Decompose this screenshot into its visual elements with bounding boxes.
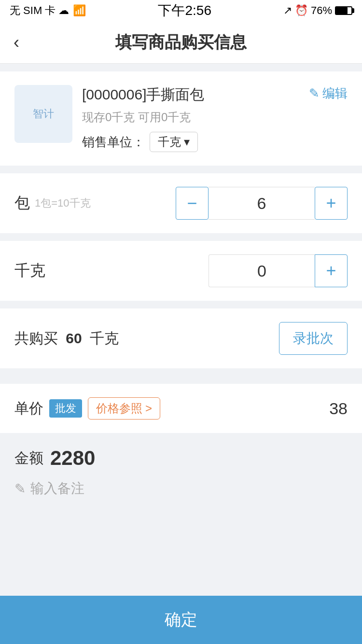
price-tag: 批发	[49, 399, 82, 418]
qty-bao-input[interactable]	[209, 187, 315, 220]
total-value: 60	[66, 330, 82, 346]
remark-row[interactable]: ✎ 输入备注	[14, 479, 348, 498]
status-time: 下午2:56	[158, 1, 211, 20]
product-name: [0000006]手撕面包	[82, 85, 348, 105]
unit-value: 千克	[158, 134, 181, 150]
qty-bao-increment[interactable]: +	[315, 187, 348, 220]
qty-bao-label: 包	[14, 193, 30, 214]
price-label: 单价	[14, 399, 43, 419]
edit-label: 编辑	[322, 85, 348, 102]
price-ref-arrow: >	[145, 402, 152, 415]
product-unit-row: 销售单位： 千克 ▾	[82, 132, 348, 152]
back-button[interactable]: ‹	[14, 32, 19, 53]
qty-bao-hint: 1包=10千克	[35, 196, 176, 210]
price-left: 单价 批发 价格参照 >	[14, 397, 160, 420]
qty-kg-increment[interactable]: +	[315, 254, 348, 287]
price-value: 38	[329, 399, 348, 418]
edit-icon: ✎	[309, 86, 320, 101]
divider	[0, 368, 362, 376]
amount-label: 金额	[14, 448, 43, 468]
product-logo: 智计	[33, 107, 54, 121]
location-icon: ↗	[283, 4, 292, 17]
qty-kg-input[interactable]	[209, 254, 315, 287]
product-stock: 现存0千克 可用0千克	[82, 110, 348, 125]
batch-button[interactable]: 录批次	[279, 322, 348, 355]
battery-icon	[335, 6, 352, 15]
total-section: 共购买 60 千克 录批次	[0, 308, 362, 368]
qty-bao-controls: − +	[176, 187, 348, 220]
battery-percent: 76%	[311, 4, 332, 17]
confirm-button[interactable]: 确定	[0, 596, 362, 644]
total-text: 共购买 60 千克	[14, 329, 119, 349]
quantity-kg-section: 千克 +	[0, 241, 362, 301]
status-bar: 无 SIM 卡 ☁ 📶 下午2:56 ↗ ⏰ 76%	[0, 0, 362, 21]
product-info: [0000006]手撕面包 现存0千克 可用0千克 销售单位： 千克 ▾	[82, 85, 348, 152]
alarm-icon: ⏰	[295, 4, 308, 17]
amount-section: 金额 2280 ✎ 输入备注	[0, 433, 362, 498]
status-left: 无 SIM 卡 ☁ 📶	[10, 3, 86, 18]
nav-bar: ‹ 填写商品购买信息	[0, 21, 362, 64]
price-row: 单价 批发 价格参照 > 38	[14, 397, 348, 420]
page-title: 填写商品购买信息	[115, 31, 247, 54]
qty-kg-label: 千克	[14, 260, 45, 281]
product-card: 智计 [0000006]手撕面包 现存0千克 可用0千克 销售单位： 千克 ▾ …	[0, 71, 362, 166]
amount-value: 2280	[50, 447, 95, 470]
status-right: ↗ ⏰ 76%	[283, 4, 352, 17]
qty-bao-decrement[interactable]: −	[176, 187, 209, 220]
price-ref-label: 价格参照	[96, 401, 142, 416]
price-ref-button[interactable]: 价格参照 >	[88, 397, 160, 420]
no-sim-label: 无 SIM 卡 ☁	[10, 3, 69, 18]
qty-kg-controls: +	[209, 254, 348, 287]
product-image: 智计	[14, 85, 72, 143]
quantity-bao-section: 包 1包=10千克 − +	[0, 173, 362, 233]
unit-label: 销售单位：	[82, 134, 145, 151]
quantity-kg-row: 千克 +	[0, 241, 362, 301]
remark-icon: ✎	[14, 481, 26, 497]
wifi-icon: 📶	[73, 4, 86, 17]
price-section: 单价 批发 价格参照 > 38	[0, 384, 362, 433]
amount-row: 金额 2280	[14, 447, 348, 470]
quantity-bao-row: 包 1包=10千克 − +	[0, 173, 362, 233]
dropdown-icon: ▾	[184, 135, 190, 149]
remark-text: 输入备注	[30, 479, 84, 498]
unit-select[interactable]: 千克 ▾	[150, 132, 198, 152]
edit-button[interactable]: ✎ 编辑	[309, 85, 348, 102]
